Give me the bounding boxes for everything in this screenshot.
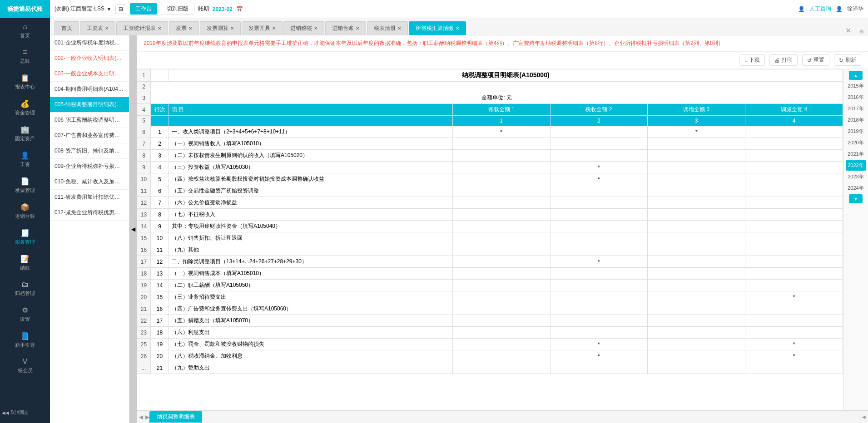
data-cell-v1[interactable] bbox=[452, 185, 550, 197]
data-cell-v1[interactable]: * bbox=[452, 126, 550, 138]
left-item-009[interactable]: 009-企业所得税弥补亏损明... bbox=[50, 159, 129, 174]
sidebar-item-home[interactable]: ⌂ 首页 bbox=[0, 18, 50, 44]
data-cell-v1[interactable] bbox=[452, 162, 550, 173]
data-cell-v2[interactable] bbox=[550, 280, 648, 291]
data-cell-v3[interactable] bbox=[648, 291, 745, 303]
data-cell-v2[interactable] bbox=[550, 197, 648, 209]
data-cell-v1[interactable] bbox=[452, 268, 550, 280]
download-button[interactable]: ↓ 下载 bbox=[739, 54, 765, 66]
tab-payroll[interactable]: 工资表 ✕ bbox=[80, 21, 115, 35]
year-item-2022[interactable]: 2022年 bbox=[846, 160, 866, 171]
tab-tax-list-close[interactable]: ✕ bbox=[397, 26, 401, 31]
left-item-003[interactable]: 003-一般企业成本支出明细... bbox=[50, 66, 129, 82]
tab-payroll-stats[interactable]: 工资统计报表 ✕ bbox=[116, 21, 168, 35]
data-cell-v4[interactable] bbox=[745, 173, 843, 185]
data-cell-v1[interactable] bbox=[452, 350, 550, 362]
data-cell-v1[interactable] bbox=[452, 327, 550, 339]
sidebar-item-archive[interactable]: 🗂 归档管理 bbox=[0, 276, 50, 301]
data-cell-v2[interactable]: * bbox=[550, 256, 648, 268]
data-cell-v1[interactable] bbox=[452, 209, 550, 221]
data-cell-v1[interactable] bbox=[452, 291, 550, 303]
refresh-button[interactable]: ↻ 刷新 bbox=[834, 54, 861, 66]
data-cell-v4[interactable] bbox=[745, 138, 843, 150]
tab-payroll-stats-close[interactable]: ✕ bbox=[158, 26, 161, 31]
left-item-007[interactable]: 007-广告费和业务宣传费明... bbox=[50, 128, 129, 143]
data-cell-v3[interactable] bbox=[648, 339, 745, 350]
data-cell-v3[interactable] bbox=[648, 244, 745, 256]
data-cell-v4[interactable] bbox=[745, 162, 843, 173]
data-cell-v1[interactable] bbox=[452, 232, 550, 244]
data-cell-v3[interactable] bbox=[648, 280, 745, 291]
sidebar-item-member[interactable]: V 畅会员 bbox=[0, 353, 50, 379]
bottom-tab-adjust[interactable]: 纳税调整明细表 bbox=[149, 411, 202, 423]
data-cell-v2[interactable] bbox=[550, 315, 648, 327]
data-cell-v1[interactable] bbox=[452, 339, 550, 350]
data-cell-v3[interactable] bbox=[648, 315, 745, 327]
year-nav-up[interactable]: ▲ bbox=[849, 71, 863, 80]
data-cell-v1[interactable] bbox=[452, 362, 550, 374]
tab-invoice-open-close[interactable]: ✕ bbox=[272, 26, 276, 31]
data-cell-v4[interactable] bbox=[745, 315, 843, 327]
data-cell-v4[interactable] bbox=[745, 244, 843, 256]
data-cell-v2[interactable]: * bbox=[550, 350, 648, 362]
data-cell-v2[interactable] bbox=[550, 138, 648, 150]
data-cell-v3[interactable] bbox=[648, 162, 745, 173]
tab-tax-list[interactable]: 税表清册 ✕ bbox=[367, 21, 408, 35]
year-item-2015[interactable]: 2015年 bbox=[846, 81, 866, 91]
data-cell-v4[interactable] bbox=[745, 268, 843, 280]
tab-income-tax[interactable]: 所得税汇算清缴 ✕ bbox=[409, 21, 466, 35]
data-cell-v2[interactable]: * bbox=[550, 162, 648, 173]
data-cell-v2[interactable] bbox=[550, 221, 648, 232]
data-cell-v3[interactable]: * bbox=[648, 126, 745, 138]
year-item-2023[interactable]: 2023年 bbox=[846, 172, 866, 182]
data-cell-v4[interactable] bbox=[745, 197, 843, 209]
data-cell-v1[interactable] bbox=[452, 150, 550, 162]
left-item-008[interactable]: 008-资产折旧、摊销及纳税... bbox=[50, 143, 129, 159]
data-cell-v3[interactable] bbox=[648, 232, 745, 244]
left-item-002[interactable]: 002-一般企业收入明细表(A1... bbox=[50, 51, 129, 66]
year-item-2018[interactable]: 2018年 bbox=[846, 115, 866, 125]
left-item-005[interactable]: 005-纳税调整项目明细表(A1... bbox=[50, 97, 129, 113]
tab-settings-button[interactable]: ⚙ bbox=[856, 29, 868, 35]
data-cell-v4[interactable]: * bbox=[745, 339, 843, 350]
sidebar-item-close[interactable]: 📝 结账 bbox=[0, 250, 50, 276]
data-cell-v1[interactable] bbox=[452, 256, 550, 268]
tab-invoice-close[interactable]: ✕ bbox=[188, 26, 192, 31]
left-item-004[interactable]: 004-期间费用明细表(A1040... bbox=[50, 82, 129, 97]
spreadsheet-area[interactable]: 1 纳税调整项目明细表(A105000) 2 3 全额单位: 元 bbox=[137, 69, 843, 410]
year-item-2024[interactable]: 2024年 bbox=[846, 183, 866, 193]
copy-button[interactable]: ⊟ bbox=[115, 4, 126, 14]
scroll-left-icon[interactable]: ◀ bbox=[139, 414, 143, 420]
data-cell-v3[interactable] bbox=[648, 256, 745, 268]
tab-income-tax-close[interactable]: ✕ bbox=[456, 26, 459, 31]
year-item-2021[interactable]: 2021年 bbox=[846, 149, 866, 159]
tab-payroll-close[interactable]: ✕ bbox=[105, 26, 109, 31]
data-cell-v2[interactable] bbox=[550, 362, 648, 374]
data-cell-v3[interactable] bbox=[648, 197, 745, 209]
data-cell-v3[interactable] bbox=[648, 138, 745, 150]
worktable-button[interactable]: 工作台 bbox=[130, 3, 157, 15]
data-cell-v2[interactable] bbox=[550, 209, 648, 221]
data-cell-v3[interactable] bbox=[648, 209, 745, 221]
panel-toggle[interactable]: ◀ bbox=[129, 35, 137, 423]
data-cell-v4[interactable] bbox=[745, 126, 843, 138]
data-cell-v4[interactable]: * bbox=[745, 350, 843, 362]
service-label[interactable]: 人工咨询 bbox=[809, 5, 831, 13]
data-cell-v4[interactable] bbox=[745, 185, 843, 197]
sidebar-item-tax[interactable]: 🧾 税务管理 bbox=[0, 224, 50, 250]
data-cell-v1[interactable] bbox=[452, 303, 550, 315]
reset-button[interactable]: ↺ 重置 bbox=[802, 54, 829, 66]
year-item-2020[interactable]: 2020年 bbox=[846, 138, 866, 148]
data-cell-v4[interactable] bbox=[745, 327, 843, 339]
data-cell-v4[interactable] bbox=[745, 150, 843, 162]
data-cell-v1[interactable] bbox=[452, 197, 550, 209]
data-cell-v4[interactable] bbox=[745, 256, 843, 268]
left-item-011[interactable]: 011-研发费用加计扣除优惠... bbox=[50, 190, 129, 205]
data-cell-v3[interactable] bbox=[648, 150, 745, 162]
data-cell-v3[interactable] bbox=[648, 173, 745, 185]
data-cell-v2[interactable]: * bbox=[550, 339, 648, 350]
data-cell-v2[interactable] bbox=[550, 185, 648, 197]
sidebar-item-assets[interactable]: 🏢 固定资产 bbox=[0, 121, 50, 147]
sidebar-item-ledger[interactable]: ≡ 总账 bbox=[0, 44, 50, 69]
data-cell-v2[interactable] bbox=[550, 291, 648, 303]
